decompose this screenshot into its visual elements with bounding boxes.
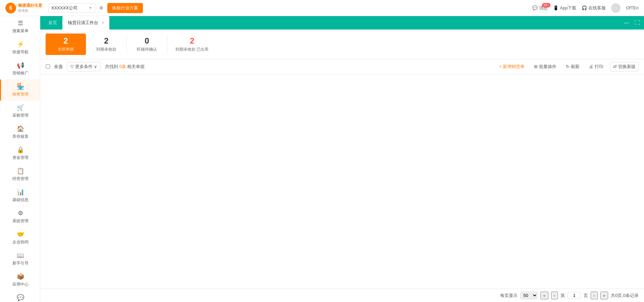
sidebar-item-cooperation[interactable]: 🤝企业协同 — [0, 227, 40, 248]
basic-info-icon: 📊 — [17, 188, 24, 196]
sidebar-item-system[interactable]: ⚙系统管理 — [0, 206, 40, 227]
brand-sub: 标准版 — [18, 8, 42, 13]
home-tab-label: 首页 — [48, 20, 57, 26]
trial-button[interactable]: 体验行业方案 — [107, 3, 143, 13]
marketing-icon: 📢 — [17, 62, 24, 69]
sidebar-item-app-center[interactable]: 📦应用中心 — [0, 269, 40, 291]
sidebar-item-basic-info[interactable]: 📊基础信息 — [0, 185, 40, 206]
select-all-label: 全选 — [54, 64, 63, 70]
message-button[interactable]: 💬 消息 99+ — [532, 5, 548, 11]
sidebar-item-finance[interactable]: 🔒资金管理 — [0, 143, 40, 164]
batch-icon: ⊞ — [534, 64, 538, 69]
page-size-select[interactable]: 50100200 — [520, 292, 538, 299]
wechat-icon: 💬 — [17, 294, 24, 301]
found-count: 0条 — [119, 64, 126, 69]
total-info: 共0页,0条记录 — [611, 293, 639, 299]
filter-icon: ▽ — [70, 64, 74, 69]
stat-card-3[interactable]: 2到期未收款 已出库 — [167, 34, 217, 55]
app-download-button[interactable]: 📱 App下载 — [553, 5, 576, 11]
page-size-label: 每页显示 — [500, 293, 518, 299]
message-badge: 99+ — [542, 3, 550, 7]
filter-chevron-icon: ∨ — [94, 64, 97, 69]
sidebar-item-operations[interactable]: 📋经营管理 — [0, 164, 40, 185]
switch-new-version-button[interactable]: ⇄ 切换新版 — [610, 62, 639, 71]
sidebar-item-wechat[interactable]: 💬企业微信 — [0, 291, 40, 302]
sidebar-item-marketing[interactable]: 📢营销推广 — [0, 58, 40, 79]
download-icon: 📱 — [553, 5, 558, 10]
pagination: 每页显示 50100200 « ‹ 第 页 › » 共0页,0条记录 — [40, 289, 644, 302]
logo: 6 畅捷通好生意 标准版 — [5, 3, 46, 13]
page-suffix: 页 — [584, 293, 588, 299]
content: 2全部单据2到期未收款0旺辅待确认2到期未收款 已出库 全选 ▽ 更多条件 ∨ … — [40, 29, 644, 302]
stat-card-1[interactable]: 2到期未收款 — [86, 34, 126, 55]
tab-home[interactable]: 首页 — [43, 16, 62, 29]
search-icon: ☰ — [18, 19, 23, 27]
switch-icon: ⇄ — [613, 64, 617, 69]
sales-icon: 🏪 — [17, 83, 24, 90]
sidebar-item-quick-nav[interactable]: ⚡快捷导航 — [0, 37, 40, 58]
page-label: 第 — [560, 293, 565, 299]
select-all-checkbox[interactable] — [46, 64, 50, 69]
headset-icon: 🎧 — [582, 5, 587, 10]
chevron-down-icon: ▼ — [89, 6, 92, 10]
top-bar-right: 💬 消息 99+ 📱 App下载 🎧 在线客服 OfTEn — [532, 3, 639, 13]
company-name: XXXXXX公司 — [51, 5, 88, 11]
table-area — [40, 74, 644, 289]
avatar-name: OfTEn — [626, 5, 639, 10]
app-center-icon: 📦 — [17, 273, 24, 280]
purchase-icon: 🛒 — [17, 104, 24, 111]
refresh-button[interactable]: ↻ 刷新 — [563, 62, 582, 71]
finance-icon: 🔒 — [17, 146, 24, 154]
stat-card-2[interactable]: 0旺辅待确认 — [127, 34, 167, 55]
sidebar-item-sales[interactable]: 🏪销售管理 — [0, 79, 40, 101]
stat-card-0[interactable]: 2全部单据 — [46, 34, 86, 55]
print-button[interactable]: 🖨 打印 — [586, 62, 606, 71]
tab-bar: 首页 钱货日清工作台 × — ⛶ — [40, 16, 644, 29]
new-sales-order-button[interactable]: + 新增销货单 — [496, 62, 527, 71]
avatar[interactable] — [611, 3, 621, 13]
operations-icon: 📋 — [17, 167, 24, 175]
tab-close-icon[interactable]: × — [102, 20, 104, 25]
sidebar: ☰搜索菜单⚡快捷导航📢营销推广🏪销售管理🛒采购管理🏠库存核算🔒资金管理📋经营管理… — [0, 16, 40, 302]
company-selector[interactable]: XXXXXX公司 ▼ — [48, 3, 95, 13]
print-icon: 🖨 — [589, 64, 593, 69]
main: 首页 钱货日清工作台 × — ⛶ 2全部单据2到期未收款0旺辅待确认2到期未收款… — [40, 16, 644, 302]
refresh-icon: ↻ — [566, 64, 570, 69]
settings-button[interactable]: ⚙ — [98, 4, 105, 12]
first-page-button[interactable]: « — [540, 292, 548, 299]
batch-operation-button[interactable]: ⊞ 批量操作 — [531, 62, 559, 71]
guide-icon: 📖 — [17, 252, 24, 259]
sidebar-item-guide[interactable]: 📖新手引导 — [0, 248, 40, 269]
cooperation-icon: 🤝 — [17, 231, 24, 238]
work-bench-tab-label: 钱货日清工作台 — [68, 20, 98, 26]
stats-cards: 2全部单据2到期未收款0旺辅待确认2到期未收款 已出库 — [40, 29, 644, 59]
found-info: 共找到 0条 相关单据 — [105, 64, 145, 70]
toolbar: 全选 ▽ 更多条件 ∨ 共找到 0条 相关单据 + 新增销货单 ⊞ 批量操作 — [40, 59, 644, 74]
tab-bar-actions: — ⛶ — [623, 18, 641, 27]
system-icon: ⚙ — [18, 209, 23, 217]
prev-page-button[interactable]: ‹ — [551, 292, 558, 299]
inventory-icon: 🏠 — [17, 125, 24, 132]
logo-icon: 6 — [5, 3, 16, 13]
layout: ☰搜索菜单⚡快捷导航📢营销推广🏪销售管理🛒采购管理🏠库存核算🔒资金管理📋经营管理… — [0, 16, 644, 302]
last-page-button[interactable]: » — [600, 292, 608, 299]
current-page-input[interactable] — [568, 292, 581, 299]
quick-nav-icon: ⚡ — [17, 41, 24, 48]
tab-maximize-icon[interactable]: ⛶ — [633, 18, 641, 27]
toolbar-right: + 新增销货单 ⊞ 批量操作 ↻ 刷新 🖨 打印 ⇄ — [496, 62, 639, 71]
brand-name: 畅捷通好生意 — [18, 3, 42, 8]
top-bar: 6 畅捷通好生意 标准版 XXXXXX公司 ▼ ⚙ 体验行业方案 💬 消息 99… — [0, 0, 644, 16]
sidebar-item-search[interactable]: ☰搜索菜单 — [0, 16, 40, 37]
sidebar-item-inventory[interactable]: 🏠库存核算 — [0, 122, 40, 143]
message-icon: 💬 — [532, 5, 538, 10]
sidebar-item-purchase[interactable]: 🛒采购管理 — [0, 101, 40, 122]
next-page-button[interactable]: › — [591, 292, 597, 299]
tab-work-bench[interactable]: 钱货日清工作台 × — [62, 16, 109, 29]
filter-button[interactable]: ▽ 更多条件 ∨ — [67, 62, 101, 71]
online-service-button[interactable]: 🎧 在线客服 — [582, 5, 606, 11]
tab-minimize-icon[interactable]: — — [623, 18, 631, 27]
